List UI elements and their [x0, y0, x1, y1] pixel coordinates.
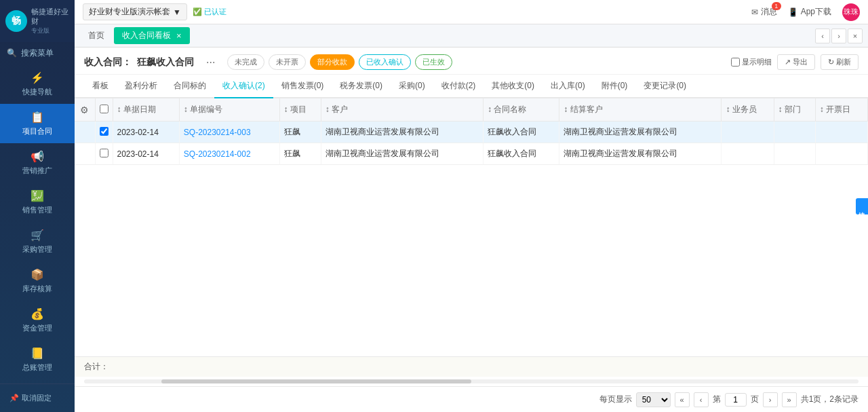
row-salesperson-1 — [722, 143, 774, 165]
refresh-button[interactable]: ↻ 刷新 — [821, 54, 859, 70]
tab-contract-board[interactable]: 收入合同看板 × — [114, 27, 190, 44]
message-button[interactable]: ✉ 1 消息 — [751, 6, 777, 18]
page-prefix: 第 — [713, 394, 721, 405]
nav-label-3: 采购管理 — [22, 244, 52, 255]
row-department-1 — [774, 143, 815, 165]
prev-page-btn[interactable]: ‹ — [694, 392, 709, 407]
col-header-department: ↕ 部门 — [774, 98, 815, 121]
status-confirmed[interactable]: 已收入确认 — [359, 54, 411, 70]
message-badge: 1 — [772, 2, 781, 10]
sub-tab-kanban[interactable]: 看板 — [84, 75, 117, 98]
sidebar-item-1[interactable]: 📢营销推广 — [0, 143, 75, 183]
contract-name: 狂飙收入合同 — [137, 56, 194, 69]
sub-tab-attachment[interactable]: 附件(0) — [593, 75, 636, 98]
scrollbar-track — [84, 379, 859, 383]
export-label: 导出 — [793, 57, 808, 67]
unpin-item[interactable]: 📌 取消固定 — [5, 390, 69, 407]
row-checkbox-0[interactable] — [100, 127, 108, 136]
last-page-btn[interactable]: » — [782, 392, 797, 407]
sidebar-item-2[interactable]: 💹销售管理 — [0, 183, 75, 222]
sidebar-item-5[interactable]: 💰资金管理 — [0, 301, 75, 340]
col-header-settlement: ↕ 结算客户 — [559, 98, 722, 121]
sub-tab-other[interactable]: 其他收支(0) — [484, 75, 542, 98]
col-header-customer: ↕ 客户 — [321, 98, 483, 121]
page-size-select[interactable]: 50 100 200 — [636, 392, 671, 407]
status-active[interactable]: 已生效 — [415, 54, 452, 70]
sub-tab-purchase[interactable]: 采购(0) — [391, 75, 433, 98]
top-bar: 好业财专业版演示帐套 ▼ ✅ 已认证 ✉ 1 消息 📱 App下载 珠珠 — [75, 0, 868, 24]
sidebar-item-3[interactable]: 🛒采购管理 — [0, 222, 75, 261]
contract-actions: 显示明细 ↗ 导出 ↻ 刷新 — [731, 54, 859, 70]
message-icon: ✉ — [751, 7, 758, 17]
app-sub: 专业版 — [31, 26, 69, 35]
row-customer-1: 湖南卫视商业运营发展有限公司 — [321, 143, 483, 165]
right-panel-icon[interactable]: 快捷 — [856, 198, 868, 214]
search-icon: 🔍 — [7, 48, 17, 58]
refresh-label: 刷新 — [836, 57, 851, 67]
sub-tabs: 看板 盈利分析 合同标的 收入确认(2) 销售发票(0) 税务发票(0) 采购(… — [75, 75, 868, 98]
sidebar-nav: 📋项目合同📢营销推广💹销售管理🛒采购管理📦库存核算💰资金管理📒总账管理🧾发票管理… — [0, 104, 75, 383]
status-incomplete[interactable]: 未完成 — [227, 54, 264, 70]
export-button[interactable]: ↗ 导出 — [777, 54, 815, 70]
show-detail-checkbox-label[interactable]: 显示明细 — [731, 57, 772, 67]
status-partial[interactable]: 部分收款 — [310, 54, 355, 70]
row-invoice-date-1 — [815, 143, 867, 165]
tab-close-arrow[interactable]: × — [848, 29, 863, 43]
sub-tab-revenue[interactable]: 收入确认(2) — [214, 75, 273, 98]
tab-prev-arrow[interactable]: ‹ — [815, 29, 830, 43]
app-name: 畅捷通好业财 — [31, 7, 69, 26]
row-gear-1 — [75, 143, 95, 165]
company-selector[interactable]: 好业财专业版演示帐套 ▼ — [83, 3, 187, 20]
sub-tab-changes[interactable]: 变更记录(0) — [635, 75, 694, 98]
table-row[interactable]: 2023-02-14 SQ-20230214-003 狂飙 湖南卫视商业运营发展… — [75, 121, 868, 143]
tab-next-arrow[interactable]: › — [831, 29, 846, 43]
dropdown-icon: ▼ — [173, 7, 181, 17]
sub-tab-warehouse[interactable]: 出入库(0) — [542, 75, 593, 98]
nav-icon-1: 📢 — [31, 150, 44, 164]
page-number-input[interactable] — [725, 393, 747, 407]
row-number-link-0[interactable]: SQ-20230214-003 — [184, 128, 251, 137]
next-page-btn[interactable]: › — [763, 392, 778, 407]
sidebar-item-0[interactable]: 📋项目合同 — [0, 104, 75, 143]
sidebar-item-4[interactable]: 📦库存核算 — [0, 261, 75, 301]
tab-close-icon[interactable]: × — [176, 31, 182, 41]
sub-tab-payment[interactable]: 收付款(2) — [433, 75, 484, 98]
row-contract-1: 狂飙收入合同 — [483, 143, 559, 165]
show-detail-checkbox[interactable] — [731, 58, 740, 67]
sidebar-item-6[interactable]: 📒总账管理 — [0, 340, 75, 379]
app-download-button[interactable]: 📱 App下载 — [788, 6, 831, 18]
company-name: 好业财专业版演示帐套 — [89, 6, 170, 18]
col-header-number: ↕ 单据编号 — [179, 98, 279, 121]
col-header-gear: ⚙ — [75, 98, 95, 121]
row-checkbox-1[interactable] — [100, 149, 108, 157]
tab-home[interactable]: 首页 — [80, 26, 113, 45]
select-all-checkbox[interactable] — [100, 105, 108, 113]
status-buttons: 未完成 未开票 部分收款 已收入确认 已生效 — [227, 54, 452, 70]
nav-icon-5: 💰 — [31, 307, 44, 321]
row-checkbox-cell-1 — [95, 143, 113, 165]
row-department-0 — [774, 121, 815, 143]
status-uninvoiced[interactable]: 未开票 — [269, 54, 306, 70]
verified-text: 已认证 — [204, 7, 226, 17]
table-row[interactable]: 2023-02-14 SQ-20230214-002 狂飙 湖南卫视商业运营发展… — [75, 143, 868, 165]
verified-badge: ✅ 已认证 — [193, 7, 226, 17]
table-area: ⚙ ↕ 单据日期 ↕ 单据编号 ↕ 项目 ↕ 客户 ↕ 合同名称 ↕ 结算客户 … — [75, 98, 868, 356]
row-number-link-1[interactable]: SQ-20230214-002 — [184, 149, 251, 159]
first-page-btn[interactable]: « — [675, 392, 690, 407]
tab-bar: 首页 收入合同看板 × ‹ › × — [75, 24, 868, 48]
verified-icon: ✅ — [193, 7, 202, 16]
search-menu-item[interactable]: 🔍 搜索菜单 — [0, 42, 75, 64]
user-menu[interactable]: 珠珠 — [842, 3, 860, 21]
sub-tab-subject[interactable]: 合同标的 — [165, 75, 214, 98]
row-date-0: 2023-02-14 — [113, 121, 179, 143]
row-project-1: 狂飙 — [279, 143, 321, 165]
gear-icon[interactable]: ⚙ — [80, 105, 89, 115]
quick-nav-label: 快捷导航 — [22, 87, 52, 97]
sub-tab-profit[interactable]: 盈利分析 — [117, 75, 165, 98]
top-bar-right: ✉ 1 消息 📱 App下载 珠珠 — [751, 3, 860, 21]
scrollbar-thumb[interactable] — [161, 379, 471, 383]
more-options-button[interactable]: ··· — [202, 56, 219, 69]
sidebar-quick-nav[interactable]: ⚡ 快捷导航 — [0, 64, 75, 104]
sub-tab-tax-invoice[interactable]: 税务发票(0) — [332, 75, 391, 98]
sub-tab-sales-invoice[interactable]: 销售发票(0) — [273, 75, 332, 98]
